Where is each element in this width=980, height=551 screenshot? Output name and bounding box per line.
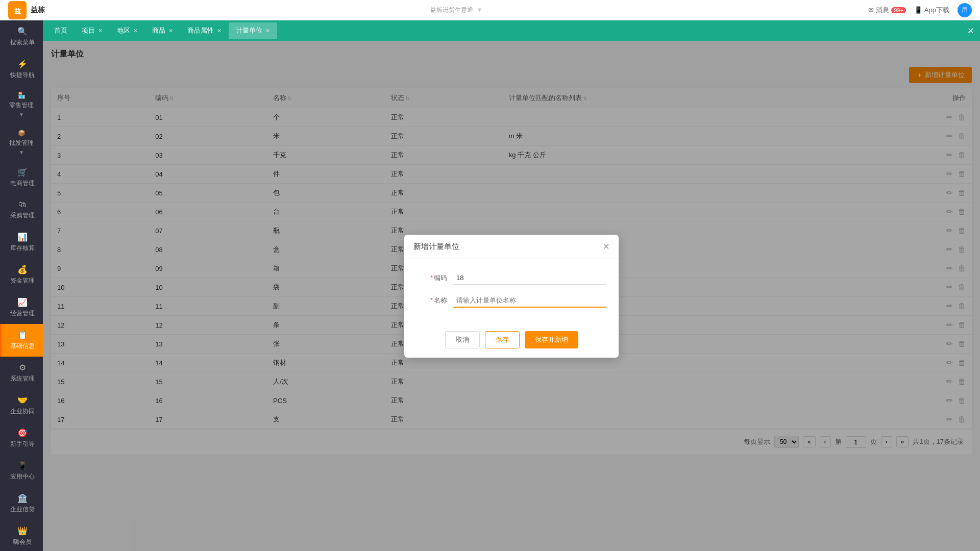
wholesale-icon: 📦 (18, 130, 26, 137)
sidebar-item-operations[interactable]: 📈 经营管理 (0, 291, 43, 324)
tab-product-attr[interactable]: 商品属性 ✕ (180, 22, 229, 39)
sidebar-label-guide: 新手引导 (10, 440, 35, 448)
sidebar-item-search-menu[interactable]: 🔍 搜索菜单 (0, 20, 43, 53)
sidebar-item-basic-info[interactable]: 📋 基础信息 (0, 324, 43, 357)
tab-bar: 首页 项目 ✕ 地区 ✕ 商品 ✕ 商品属性 ✕ 计量单位 ✕ ✕ (43, 20, 980, 41)
close-all-tabs-btn[interactable]: ✕ (965, 24, 976, 38)
sidebar: 🔍 搜索菜单 ⚡ 快捷导航 🏪 零售管理 ▼ 📦 批发管理 ▼ 🛒 电商管理 (0, 20, 43, 551)
sidebar-item-purchase[interactable]: 🛍 采购管理 (0, 194, 43, 226)
sidebar-label-system: 系统管理 (10, 374, 35, 383)
tab-project-label: 项目 (82, 26, 95, 35)
guide-icon: 🎯 (17, 428, 28, 438)
basic-info-icon: 📋 (17, 330, 28, 340)
sidebar-item-system[interactable]: ⚙ 系统管理 (0, 357, 43, 389)
app-center-icon: 📱 (17, 461, 28, 470)
sidebar-item-ecommerce[interactable]: 🛒 电商管理 (0, 161, 43, 194)
sidebar-item-wholesale[interactable]: 📦 批发管理 ▼ (0, 123, 43, 161)
retail-expand-icon: ▼ (19, 112, 24, 117)
message-badge: 99+ (891, 7, 906, 13)
tab-product[interactable]: 商品 ✕ (145, 22, 180, 39)
form-row-name: *名称 (416, 294, 606, 308)
sidebar-label-purchase: 采购管理 (10, 211, 35, 220)
main-layout: 🔍 搜索菜单 ⚡ 快捷导航 🏪 零售管理 ▼ 📦 批发管理 ▼ 🛒 电商管理 (0, 20, 980, 551)
logo-area: 益 益栋 (8, 1, 45, 19)
tab-project[interactable]: 项目 ✕ (75, 22, 110, 39)
sidebar-label-basic-info: 基础信息 (10, 342, 35, 350)
modal-close-btn[interactable]: ✕ (603, 242, 609, 252)
purchase-icon: 🛍 (18, 200, 27, 209)
code-label: *编码 (416, 273, 447, 283)
tab-product-attr-close[interactable]: ✕ (217, 28, 222, 34)
code-input[interactable] (453, 271, 606, 285)
sidebar-label-retail: 零售管理 (9, 101, 34, 110)
modal-title: 新增计量单位 (413, 242, 459, 252)
sidebar-item-retail[interactable]: 🏪 零售管理 ▼ (0, 86, 43, 123)
sidebar-label-operations: 经营管理 (10, 309, 35, 318)
sidebar-item-enterprise-credit[interactable]: 🏦 企业信贷 (0, 487, 43, 520)
modal-header: 新增计量单位 ✕ (404, 235, 619, 259)
sidebar-item-finance[interactable]: 💰 资金管理 (0, 259, 43, 291)
cooperation-icon: 🤝 (17, 395, 28, 405)
sidebar-label-app-center: 应用中心 (10, 472, 35, 481)
logo-icon: 益 (8, 1, 27, 19)
tab-region[interactable]: 地区 ✕ (110, 22, 145, 39)
avatar[interactable]: 用 (958, 3, 972, 17)
sidebar-group-wholesale: 📦 批发管理 ▼ (0, 123, 43, 161)
tab-product-close[interactable]: ✕ (168, 28, 173, 34)
save-button[interactable]: 保存 (485, 331, 520, 348)
tab-region-label: 地区 (117, 26, 130, 35)
tab-region-close[interactable]: ✕ (133, 28, 138, 34)
tab-project-close[interactable]: ✕ (98, 28, 103, 34)
sidebar-label-ecommerce: 电商管理 (10, 179, 35, 188)
header-right: ✉ 消息 99+ 📱 App下载 用 (868, 3, 972, 17)
sidebar-group-retail: 🏪 零售管理 ▼ (0, 86, 43, 123)
sidebar-item-membership[interactable]: 👑 嗨会员 (0, 520, 43, 551)
tab-home[interactable]: 首页 (47, 22, 75, 39)
app-download-btn[interactable]: 📱 App下载 (914, 6, 949, 15)
sidebar-label-cooperation: 企业协同 (10, 407, 35, 416)
sidebar-label-wholesale: 批发管理 (9, 139, 34, 147)
tab-home-label: 首页 (54, 26, 67, 35)
sidebar-label-inventory: 库存核算 (10, 244, 35, 253)
membership-icon: 👑 (17, 526, 28, 536)
wholesale-expand-icon: ▼ (19, 149, 24, 155)
operations-icon: 📈 (17, 297, 28, 307)
form-row-code: *编码 (416, 271, 606, 285)
sidebar-label-enterprise-credit: 企业信贷 (10, 505, 35, 514)
sidebar-item-app-center[interactable]: 📱 应用中心 (0, 455, 43, 487)
name-label: *名称 (416, 296, 447, 305)
retail-icon: 🏪 (18, 92, 26, 99)
message-btn[interactable]: ✉ 消息 99+ (868, 6, 906, 15)
message-icon: ✉ (868, 6, 874, 14)
sidebar-item-cooperation[interactable]: 🤝 企业协同 (0, 389, 43, 422)
sidebar-label-quick-nav: 快捷导航 (10, 71, 35, 80)
page-content: 计量单位 ＋ 新增计量单位 序号 编码⇅ 名称⇅ 状态⇅ 计量单位匹配的名称列表… (43, 41, 980, 551)
tab-product-label: 商品 (152, 26, 165, 35)
sidebar-item-inventory[interactable]: 📊 库存核算 (0, 226, 43, 259)
inventory-icon: 📊 (17, 232, 28, 242)
logo-text: 益栋 (31, 6, 45, 15)
quick-nav-icon: ⚡ (17, 59, 28, 69)
sidebar-item-quick-nav[interactable]: ⚡ 快捷导航 (0, 53, 43, 86)
finance-icon: 💰 (17, 265, 28, 274)
sidebar-item-guide[interactable]: 🎯 新手引导 (0, 422, 43, 455)
modal-footer: 取消 保存 保存并新增 (404, 325, 619, 358)
sidebar-label-membership: 嗨会员 (13, 538, 32, 546)
ecommerce-icon: 🛒 (17, 167, 28, 177)
tab-product-attr-label: 商品属性 (187, 26, 214, 35)
svg-text:益: 益 (14, 7, 21, 15)
system-icon: ⚙ (19, 363, 26, 372)
search-icon: 🔍 (17, 27, 28, 36)
save-new-button[interactable]: 保存并新增 (525, 331, 578, 348)
modal-overlay: 新增计量单位 ✕ *编码 *名称 (43, 41, 980, 551)
tab-unit[interactable]: 计量单位 ✕ (229, 22, 277, 39)
name-input[interactable] (453, 294, 606, 308)
code-required-mark: * (430, 274, 433, 282)
enterprise-credit-icon: 🏦 (17, 493, 28, 503)
modal-body: *编码 *名称 (404, 259, 619, 325)
cancel-button[interactable]: 取消 (445, 331, 480, 348)
tab-unit-close[interactable]: ✕ (265, 28, 270, 34)
sidebar-label-finance: 资金管理 (10, 277, 35, 285)
name-required-mark: * (430, 296, 433, 304)
add-unit-modal: 新增计量单位 ✕ *编码 *名称 (404, 235, 619, 358)
